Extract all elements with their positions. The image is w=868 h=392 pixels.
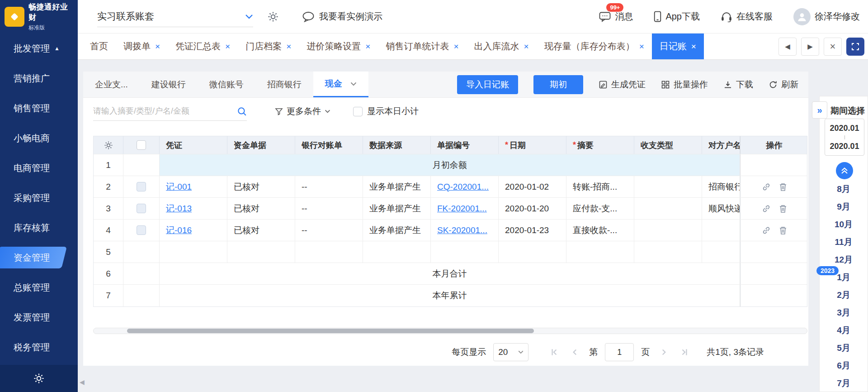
col-header-fund-doc[interactable]: 资金单据 bbox=[227, 136, 295, 154]
voucher-link[interactable]: 记-001 bbox=[166, 181, 192, 193]
month-item[interactable]: 3月 bbox=[820, 304, 868, 321]
tab-journal[interactable]: 日记账× bbox=[652, 33, 704, 59]
close-icon[interactable]: × bbox=[286, 42, 291, 52]
sidebar-item-general-ledger[interactable]: 总账管理 bbox=[0, 272, 78, 302]
prev-page-button[interactable] bbox=[568, 345, 582, 359]
column-settings-button[interactable] bbox=[94, 136, 123, 154]
user-menu[interactable]: 徐泽华修改 bbox=[793, 8, 860, 25]
tab-sales-order-stats[interactable]: 销售订单统计表× bbox=[378, 33, 466, 59]
sidebar-settings-button[interactable] bbox=[0, 365, 78, 392]
app-download-button[interactable]: App下载 bbox=[654, 10, 700, 23]
row-checkbox[interactable] bbox=[137, 182, 146, 191]
collapse-sidebar-arrow[interactable]: ◀ bbox=[80, 378, 85, 386]
messages-button[interactable]: 99+ 消息 bbox=[599, 10, 633, 23]
voucher-link[interactable]: 记-016 bbox=[166, 225, 192, 236]
fullscreen-button[interactable] bbox=[846, 38, 864, 56]
sidebar-item-funds[interactable]: 资金管理 bbox=[0, 243, 78, 272]
per-page-select[interactable]: 20 bbox=[493, 343, 528, 361]
search-input[interactable] bbox=[93, 106, 237, 116]
sidebar-item-invoice[interactable]: 发票管理 bbox=[0, 302, 78, 332]
refresh-button[interactable]: 刷新 bbox=[769, 79, 798, 91]
col-header-inout-type[interactable]: 收支类型 bbox=[634, 136, 702, 154]
tab-stock-distribution[interactable]: 现存量（库存分布表）× bbox=[537, 33, 652, 59]
subtab-enterprise-pay[interactable]: 企业支... bbox=[83, 72, 140, 97]
close-icon[interactable]: × bbox=[524, 42, 529, 52]
tab-store-archive[interactable]: 门店档案× bbox=[238, 33, 299, 59]
scroll-tabs-left-button[interactable]: ◀ bbox=[778, 38, 797, 56]
link-icon[interactable] bbox=[762, 182, 771, 191]
delete-icon[interactable] bbox=[779, 182, 787, 191]
tab-voucher-summary[interactable]: 凭证汇总表× bbox=[168, 33, 238, 59]
sidebar-item-wholesale[interactable]: 批发管理▲ bbox=[0, 33, 78, 63]
row-checkbox[interactable] bbox=[137, 204, 146, 213]
sidebar-item-ecommerce[interactable]: 电商管理 bbox=[0, 153, 78, 183]
collapse-period-panel-button[interactable]: » bbox=[812, 101, 827, 119]
close-icon[interactable]: × bbox=[453, 42, 458, 52]
import-journal-button[interactable]: 导入日记账 bbox=[457, 75, 518, 94]
month-item[interactable]: 9月 bbox=[820, 198, 868, 215]
sidebar-item-inventory[interactable]: 库存核算 bbox=[0, 213, 78, 243]
horizontal-scrollbar[interactable] bbox=[93, 328, 807, 334]
col-header-doc-no[interactable]: 单据编号 bbox=[431, 136, 499, 154]
sidebar-item-sales[interactable]: 销售管理 bbox=[0, 93, 78, 123]
col-header-date[interactable]: *日期 bbox=[499, 136, 566, 154]
month-item[interactable]: 7月 bbox=[820, 374, 868, 392]
sidebar-item-xiaochang-ecom[interactable]: 小畅电商 bbox=[0, 123, 78, 153]
next-page-button[interactable] bbox=[657, 345, 670, 359]
chevron-down-icon[interactable] bbox=[350, 82, 357, 86]
online-service-button[interactable]: 在线客服 bbox=[721, 10, 773, 23]
scroll-tabs-right-button[interactable]: ▶ bbox=[801, 38, 819, 56]
link-icon[interactable] bbox=[762, 204, 771, 213]
sidebar-item-tax[interactable]: 税务管理 bbox=[0, 332, 78, 362]
close-icon[interactable]: × bbox=[639, 42, 644, 52]
subtab-cash[interactable]: 现金 bbox=[313, 72, 368, 97]
show-day-subtotal-toggle[interactable]: 显示本日小计 bbox=[353, 105, 419, 117]
search-icon[interactable] bbox=[237, 106, 247, 116]
month-item[interactable]: 4月 bbox=[820, 321, 868, 339]
scrollbar-thumb[interactable] bbox=[127, 329, 534, 333]
opening-balance-button[interactable]: 期初 bbox=[533, 75, 583, 94]
month-item[interactable]: 8月 bbox=[820, 180, 868, 198]
more-conditions-button[interactable]: 更多条件 bbox=[275, 105, 330, 117]
scroll-months-up-button[interactable] bbox=[836, 162, 853, 179]
month-item[interactable]: 5月 bbox=[820, 339, 868, 357]
sidebar-item-purchasing[interactable]: 采购管理 bbox=[0, 183, 78, 213]
close-icon[interactable]: × bbox=[365, 42, 370, 52]
link-icon[interactable] bbox=[762, 226, 771, 235]
checkbox[interactable] bbox=[353, 107, 363, 116]
tab-home[interactable]: 首页 bbox=[82, 33, 116, 59]
subtab-ccb[interactable]: 建设银行 bbox=[140, 72, 198, 97]
month-item[interactable]: 2月 bbox=[820, 286, 868, 304]
col-header-bank-statement[interactable]: 银行对账单 bbox=[295, 136, 363, 154]
close-icon[interactable]: × bbox=[225, 42, 230, 52]
batch-operations-button[interactable]: 批量操作 bbox=[661, 79, 708, 91]
generate-voucher-button[interactable]: 生成凭证 bbox=[599, 79, 646, 91]
tab-inout-flow[interactable]: 出入库流水× bbox=[467, 33, 537, 59]
close-icon[interactable]: × bbox=[691, 42, 696, 52]
month-item[interactable]: 6月 bbox=[820, 357, 868, 374]
first-page-button[interactable] bbox=[547, 345, 561, 359]
tab-purchase-price-policy[interactable]: 进价策略设置× bbox=[299, 33, 378, 59]
account-selector[interactable]: 实习联系账套 bbox=[97, 6, 253, 27]
doc-no-link[interactable]: SK-202001... bbox=[437, 225, 487, 235]
delete-icon[interactable] bbox=[779, 204, 787, 213]
settings-gear-icon[interactable] bbox=[268, 11, 278, 22]
col-header-summary[interactable]: *摘要 bbox=[566, 136, 634, 154]
delete-icon[interactable] bbox=[779, 226, 787, 235]
row-checkbox[interactable] bbox=[137, 225, 146, 235]
last-page-button[interactable] bbox=[678, 345, 691, 359]
close-icon[interactable]: × bbox=[155, 42, 160, 52]
voucher-link[interactable]: 记-013 bbox=[166, 203, 192, 215]
col-header-counterparty[interactable]: 对方户名 bbox=[702, 136, 740, 154]
period-range-selector[interactable]: 2020.01 2020.01 bbox=[825, 119, 864, 156]
select-all-checkbox[interactable] bbox=[137, 140, 146, 150]
tab-transfer-order[interactable]: 调拨单× bbox=[116, 33, 168, 59]
download-button[interactable]: 下载 bbox=[723, 79, 753, 91]
subtab-cmb[interactable]: 招商银行 bbox=[255, 72, 313, 97]
demo-link[interactable]: 我要看实例演示 bbox=[302, 10, 382, 23]
doc-no-link[interactable]: CQ-202001... bbox=[437, 182, 489, 192]
col-header-voucher[interactable]: 凭证 bbox=[160, 136, 227, 154]
close-all-tabs-button[interactable]: × bbox=[824, 38, 842, 56]
month-item[interactable]: 11月 bbox=[820, 233, 868, 251]
doc-no-link[interactable]: FK-202001... bbox=[437, 204, 487, 214]
